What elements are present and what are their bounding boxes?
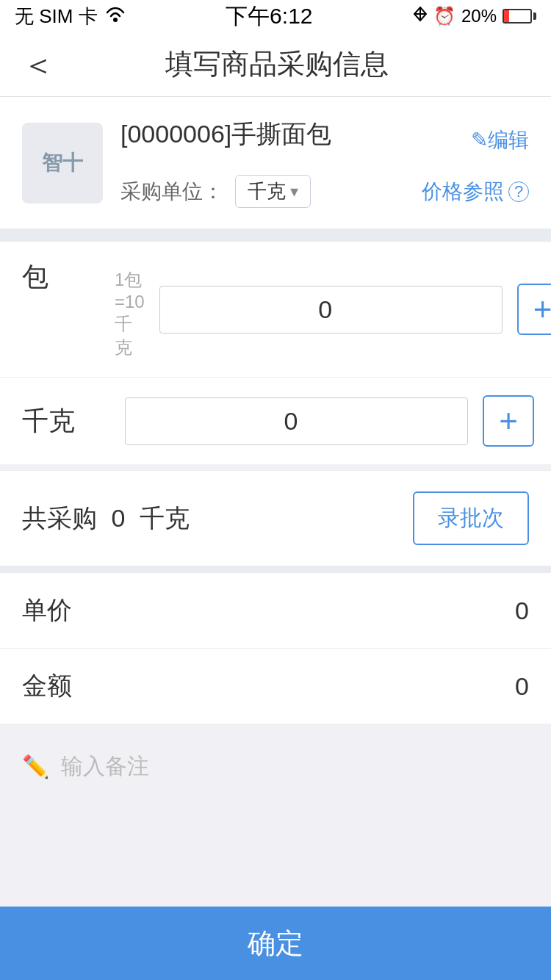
svg-point-0 — [113, 18, 118, 22]
unit-label: 采购单位： — [120, 178, 223, 206]
bag-quantity-input[interactable] — [159, 286, 503, 334]
price-info-section: 单价 0 金额 0 — [0, 573, 551, 724]
bag-input-row: 包 1包=10千克 + — [0, 242, 551, 378]
unit-price-label: 单价 — [22, 594, 72, 627]
status-left: 无 SIM 卡 — [15, 4, 126, 29]
kg-label: 千克 — [22, 403, 110, 439]
nav-bar: ＜ 填写商品采购信息 — [0, 32, 551, 97]
bag-input-section: 包 1包=10千克 + 千克 + — [0, 242, 551, 464]
page-title: 填写商品采购信息 — [69, 46, 485, 83]
price-ref-button[interactable]: 价格参照 ? — [422, 178, 529, 206]
product-card: 智十 [0000006]手撕面包 ✎编辑 采购单位： 千克 ▾ 价格参照 ? — [0, 97, 551, 234]
unit-row: 采购单位： 千克 ▾ — [120, 175, 311, 208]
battery-percent: 20% — [461, 6, 497, 26]
battery-icon — [503, 9, 536, 24]
status-bar: 无 SIM 卡 下午6:12 ⏰ 20% — [0, 0, 551, 32]
remark-placeholder: 输入备注 — [61, 752, 149, 782]
bag-plus-button[interactable]: + — [517, 284, 551, 335]
pencil-icon: ✏️ — [22, 754, 49, 779]
question-icon: ? — [508, 181, 529, 202]
divider-2 — [0, 566, 551, 573]
divider-1 — [0, 234, 551, 242]
total-row: 共采购 0 千克 录批次 — [0, 470, 551, 566]
edit-button[interactable]: ✎编辑 — [471, 126, 529, 154]
total-value: 0 — [111, 504, 125, 532]
chevron-down-icon: ▾ — [290, 182, 298, 201]
product-name: [0000006]手撕面包 — [120, 118, 331, 151]
status-right: ⏰ 20% — [413, 6, 536, 26]
product-logo: 智十 — [42, 149, 83, 177]
back-button[interactable]: ＜ — [22, 48, 54, 81]
unit-select[interactable]: 千克 ▾ — [235, 175, 311, 208]
location-icon — [413, 6, 428, 26]
batch-button[interactable]: 录批次 — [413, 491, 529, 545]
unit-price-value: 0 — [515, 597, 529, 625]
status-time: 下午6:12 — [226, 1, 312, 32]
bag-label: 包 — [22, 259, 110, 295]
amount-row: 金额 0 — [0, 649, 551, 724]
unit-price-row: 单价 0 — [0, 573, 551, 649]
carrier-label: 无 SIM 卡 — [15, 4, 98, 29]
kg-quantity-input[interactable] — [125, 397, 468, 445]
wifi-icon — [105, 5, 126, 28]
confirm-button[interactable]: 确定 — [0, 907, 551, 980]
total-label: 共采购 0 千克 — [22, 502, 190, 536]
alarm-icon: ⏰ — [433, 6, 455, 26]
kg-input-row: 千克 + — [0, 378, 551, 464]
remark-section[interactable]: ✏️ 输入备注 — [0, 729, 551, 803]
kg-plus-button[interactable]: + — [483, 395, 534, 447]
product-image: 智十 — [22, 123, 103, 203]
amount-value: 0 — [515, 672, 529, 701]
price-ref-label: 价格参照 — [422, 178, 504, 206]
product-info: [0000006]手撕面包 ✎编辑 采购单位： 千克 ▾ 价格参照 ? — [120, 118, 529, 208]
bag-label-wrap: 包 1包=10千克 — [22, 259, 145, 359]
amount-label: 金额 — [22, 669, 72, 703]
unit-value: 千克 — [248, 179, 286, 204]
bag-sublabel: 1包=10千克 — [115, 268, 145, 359]
